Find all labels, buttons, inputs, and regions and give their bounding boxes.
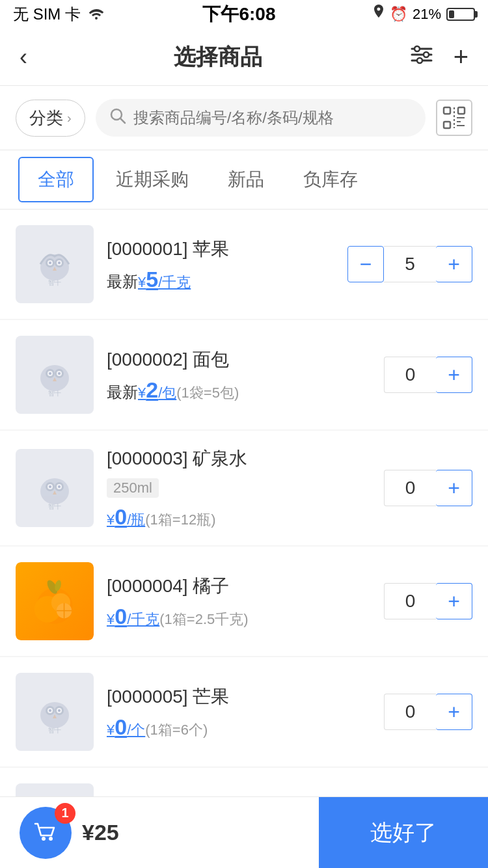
price-amount: 0 bbox=[115, 504, 127, 530]
svg-point-38 bbox=[49, 485, 51, 488]
quantity-plus-button[interactable]: + bbox=[436, 470, 472, 506]
quantity-control: + bbox=[384, 583, 472, 619]
price-unit-extra: (1箱=2.5千克) bbox=[159, 610, 248, 629]
svg-point-55 bbox=[49, 709, 51, 712]
quantity-input[interactable] bbox=[384, 246, 436, 282]
owl-logo-icon: 智十 bbox=[29, 686, 81, 738]
quantity-plus-button[interactable]: + bbox=[436, 246, 472, 282]
cart-badge: 1 bbox=[55, 803, 75, 824]
svg-point-4 bbox=[424, 52, 429, 57]
quantity-plus-button[interactable]: + bbox=[436, 694, 472, 730]
quantity-control: + bbox=[384, 357, 472, 393]
quantity-plus-button[interactable]: + bbox=[436, 357, 472, 393]
svg-point-56 bbox=[58, 709, 61, 712]
price-unit-extra: (1箱=12瓶) bbox=[145, 510, 215, 530]
product-price: 最新 ¥ 2 /包 (1袋=5包) bbox=[107, 377, 371, 403]
product-list: 智十 [0000001] 苹果 最新 ¥ 5 /千克 − + bbox=[0, 210, 488, 868]
price-label: 最新 bbox=[107, 382, 138, 403]
tab-negative[interactable]: 负库存 bbox=[284, 154, 377, 205]
svg-point-29 bbox=[49, 372, 51, 375]
location-icon bbox=[373, 5, 385, 24]
svg-point-30 bbox=[58, 372, 61, 375]
svg-point-77 bbox=[42, 837, 46, 841]
svg-text:智十: 智十 bbox=[48, 727, 61, 734]
tab-row: 全部 近期采购 新品 负库存 bbox=[0, 150, 488, 210]
tab-all[interactable]: 全部 bbox=[18, 157, 94, 202]
svg-text:智十: 智十 bbox=[48, 503, 61, 510]
owl-logo-icon: 智十 bbox=[29, 462, 81, 514]
quantity-input[interactable] bbox=[384, 470, 436, 506]
add-button[interactable]: + bbox=[454, 42, 468, 72]
svg-rect-8 bbox=[444, 107, 450, 114]
price-unit: /包 bbox=[158, 383, 176, 403]
page-title: 选择商品 bbox=[174, 42, 262, 72]
cart-icon bbox=[31, 819, 60, 847]
search-box[interactable] bbox=[96, 99, 426, 137]
product-info: [0000003] 矿泉水 250ml ¥ 0 /瓶 (1箱=12瓶) bbox=[107, 446, 371, 530]
price-unit: /千克 bbox=[127, 610, 159, 629]
svg-line-7 bbox=[120, 118, 125, 123]
confirm-button[interactable]: 选好了 bbox=[319, 797, 488, 868]
battery-text: 21% bbox=[413, 6, 441, 23]
quantity-control: − + bbox=[347, 246, 472, 282]
back-button[interactable]: ‹ bbox=[20, 44, 27, 71]
product-name: [0000005] 芒果 bbox=[107, 685, 371, 709]
svg-point-21 bbox=[58, 262, 61, 264]
product-name: [0000001] 苹果 bbox=[107, 237, 334, 262]
product-info: [0000004] 橘子 ¥ 0 /千克 (1箱=2.5千克) bbox=[107, 574, 371, 629]
category-label: 分类 bbox=[29, 107, 63, 129]
price-amount: 5 bbox=[146, 267, 158, 292]
cart-section: 1 ¥25 bbox=[0, 807, 319, 859]
cart-button[interactable]: 1 bbox=[20, 807, 72, 859]
filter-button[interactable] bbox=[409, 44, 434, 71]
tab-recent[interactable]: 近期采购 bbox=[96, 154, 208, 205]
price-unit: /瓶 bbox=[127, 510, 145, 530]
price-unit-extra: (1箱=6个) bbox=[145, 720, 208, 740]
price-label: 最新 bbox=[107, 271, 138, 292]
chevron-right-icon: › bbox=[67, 111, 72, 126]
quantity-control: + bbox=[384, 470, 472, 506]
price-unit: /个 bbox=[127, 720, 145, 740]
product-name: [0000003] 矿泉水 bbox=[107, 446, 371, 471]
product-thumbnail: 智十 bbox=[16, 225, 94, 303]
quantity-plus-button[interactable]: + bbox=[436, 583, 472, 619]
owl-logo-icon: 智十 bbox=[29, 238, 81, 290]
product-thumbnail: 智十 bbox=[16, 673, 94, 751]
svg-text:智十: 智十 bbox=[48, 279, 61, 286]
price-currency: ¥ bbox=[138, 385, 146, 401]
nav-bar: ‹ 选择商品 + bbox=[0, 29, 488, 86]
price-currency: ¥ bbox=[107, 611, 115, 628]
price-unit-extra: (1袋=5包) bbox=[176, 383, 239, 403]
product-item: [0000004] 橘子 ¥ 0 /千克 (1箱=2.5千克) + bbox=[0, 547, 488, 656]
category-button[interactable]: 分类 › bbox=[16, 100, 85, 137]
battery-icon bbox=[446, 8, 475, 21]
product-item: 智十 [0000002] 面包 最新 ¥ 2 /包 (1袋=5包) + bbox=[0, 320, 488, 429]
svg-point-3 bbox=[414, 46, 420, 51]
status-right: ⏰ 21% bbox=[373, 5, 475, 24]
scan-button[interactable] bbox=[436, 100, 472, 136]
price-currency: ¥ bbox=[107, 722, 115, 739]
product-item: 智十 [0000005] 芒果 ¥ 0 /个 (1箱=6个) + bbox=[0, 657, 488, 766]
svg-point-78 bbox=[49, 837, 53, 841]
carrier-text: 无 SIM 卡 bbox=[13, 4, 81, 25]
filter-row: 分类 › bbox=[0, 86, 488, 150]
quantity-minus-button[interactable]: − bbox=[347, 246, 384, 282]
nav-actions: + bbox=[409, 42, 468, 72]
alarm-icon: ⏰ bbox=[390, 6, 407, 23]
product-price: ¥ 0 /个 (1箱=6个) bbox=[107, 714, 371, 740]
price-currency: ¥ bbox=[107, 511, 115, 528]
quantity-input[interactable] bbox=[384, 583, 436, 619]
tab-new[interactable]: 新品 bbox=[208, 154, 284, 205]
quantity-input[interactable] bbox=[384, 357, 436, 393]
quantity-input[interactable] bbox=[384, 694, 436, 730]
product-spec: 250ml bbox=[107, 478, 159, 498]
product-name: [0000004] 橘子 bbox=[107, 574, 371, 599]
svg-rect-10 bbox=[444, 122, 450, 128]
price-currency: ¥ bbox=[138, 274, 146, 291]
svg-text:智十: 智十 bbox=[48, 390, 61, 397]
price-amount: 0 bbox=[115, 604, 127, 629]
price-unit: /千克 bbox=[158, 273, 191, 292]
search-input[interactable] bbox=[133, 109, 413, 127]
status-left: 无 SIM 卡 bbox=[13, 4, 105, 25]
price-amount: 2 bbox=[146, 377, 158, 403]
